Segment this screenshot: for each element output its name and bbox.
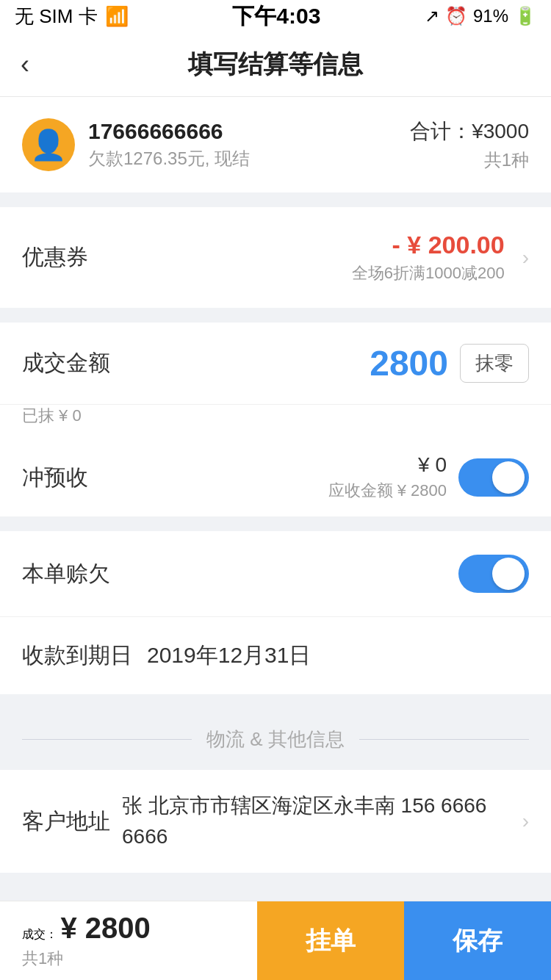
prepay-right: ¥ 0 应收金额 ¥ 2800 (328, 453, 529, 502)
bottom-summary: 成交： ¥ 2800 共1种 (0, 912, 257, 970)
battery-level: 91% (473, 6, 508, 26)
deal-right: 2800 抹零 (370, 343, 529, 383)
coupon-amount: - ¥ 200.00 (352, 231, 505, 259)
status-time: 下午4:03 (232, 1, 320, 32)
order-summary: 合计：¥3000 共1种 (410, 118, 529, 172)
page-title: 填写结算等信息 (188, 48, 363, 82)
coupon-right-area: - ¥ 200.00 全场6折满1000减200 › (352, 231, 529, 284)
total-amount: ¥3000 (472, 120, 529, 143)
save-button[interactable]: 保存 (404, 901, 551, 981)
alarm-icon: ⏰ (445, 6, 467, 26)
bottom-deal-line: 成交： ¥ 2800 (22, 912, 235, 945)
divider-1 (0, 192, 551, 207)
user-info: 👤 17666666666 欠款1276.35元, 现结 (22, 118, 250, 171)
divider-3 (0, 516, 551, 531)
address-value: 张 北京市市辖区海淀区永丰南 156 6666 6666 (122, 790, 505, 852)
arrears-toggle-knob (492, 558, 525, 590)
deal-row: 成交金额 2800 抹零 (0, 323, 551, 405)
prepay-row: 冲预收 ¥ 0 应收金额 ¥ 2800 (0, 439, 551, 516)
deal-sub-row: 已抹 ¥ 0 (0, 405, 551, 439)
user-card: 👤 17666666666 欠款1276.35元, 现结 合计：¥3000 共1… (0, 97, 551, 192)
arrears-label: 本单赊欠 (22, 559, 110, 589)
address-label: 客户地址 (22, 807, 110, 837)
coupon-desc: 全场6折满1000减200 (352, 262, 505, 284)
bottom-deal-label: 成交： (22, 928, 57, 940)
status-bar: 无 SIM 卡 📶 下午4:03 ↗ ⏰ 91% 🔋 (0, 0, 551, 32)
coupon-section: 优惠券 - ¥ 200.00 全场6折满1000减200 › (0, 207, 551, 308)
deal-section: 成交金额 2800 抹零 已抹 ¥ 0 冲预收 ¥ 0 应收金额 ¥ 2800 (0, 323, 551, 516)
coupon-label: 优惠券 (22, 242, 88, 273)
total-label: 合计： (410, 120, 472, 143)
divider-2 (0, 308, 551, 323)
bottom-amount: ¥ 2800 (60, 912, 150, 944)
prepay-label: 冲预收 (22, 463, 88, 493)
page-header: ‹ 填写结算等信息 (0, 32, 551, 97)
logistics-text: 物流 & 其他信息 (206, 727, 345, 752)
back-button[interactable]: ‹ (21, 49, 29, 80)
avatar-icon: 👤 (30, 128, 67, 162)
coupon-row[interactable]: 优惠券 - ¥ 200.00 全场6折满1000减200 › (0, 207, 551, 308)
coupon-info: - ¥ 200.00 全场6折满1000减200 (352, 231, 505, 284)
prepay-amount-block: ¥ 0 应收金额 ¥ 2800 (328, 453, 447, 502)
user-details: 17666666666 欠款1276.35元, 现结 (88, 119, 250, 170)
toggle-knob (492, 461, 525, 494)
arrears-toggle[interactable] (458, 555, 529, 593)
due-label: 收款到期日 (22, 641, 132, 671)
avatar: 👤 (22, 118, 75, 171)
wifi-icon: 📶 (105, 5, 129, 28)
address-chevron-icon: › (522, 810, 529, 833)
arrears-section: 本单赊欠 (0, 531, 551, 616)
divider-4 (0, 694, 551, 709)
order-total: 合计：¥3000 (410, 118, 529, 145)
prepay-toggle[interactable] (458, 458, 529, 497)
bottom-count: 共1种 (22, 948, 235, 970)
status-right: ↗ ⏰ 91% 🔋 (425, 6, 536, 26)
status-left: 无 SIM 卡 📶 (15, 4, 129, 29)
round-zero-button[interactable]: 抹零 (460, 344, 529, 383)
due-date-section: 收款到期日 2019年12月31日 (0, 616, 551, 694)
logistics-divider: 物流 & 其他信息 (0, 709, 551, 770)
deal-amount: 2800 (370, 343, 448, 383)
order-count: 共1种 (410, 148, 529, 172)
line-left (22, 739, 192, 740)
chevron-right-icon: › (522, 246, 529, 270)
address-row[interactable]: 客户地址 张 北京市市辖区海淀区永丰南 156 6666 6666 › (0, 770, 551, 873)
deal-label: 成交金额 (22, 348, 110, 378)
user-phone: 17666666666 (88, 119, 250, 144)
prepay-sub: 应收金额 ¥ 2800 (328, 480, 447, 502)
location-icon: ↗ (425, 6, 439, 26)
battery-icon: 🔋 (514, 6, 536, 26)
sim-status: 无 SIM 卡 (15, 4, 98, 29)
deal-sub-text: 已抹 ¥ 0 (22, 406, 82, 425)
bottom-bar: 成交： ¥ 2800 共1种 挂单 保存 (0, 901, 551, 980)
due-date-value: 2019年12月31日 (147, 641, 311, 671)
hang-order-button[interactable]: 挂单 (257, 901, 404, 981)
line-right (359, 739, 529, 740)
user-debt: 欠款1276.35元, 现结 (88, 147, 250, 170)
prepay-amount: ¥ 0 (328, 453, 447, 477)
